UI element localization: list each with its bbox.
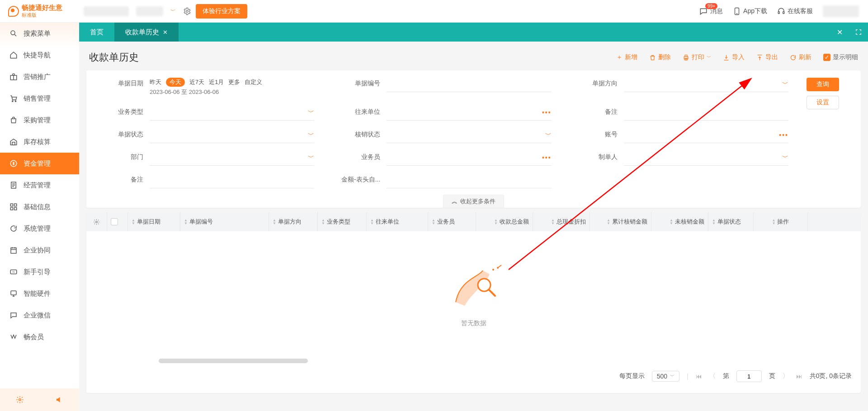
prev-page-button[interactable]: 〈 <box>709 372 716 380</box>
tab-1[interactable]: 收款单历史✕ <box>114 23 179 42</box>
date-quick-2[interactable]: 近7天 <box>189 78 204 86</box>
user-avatar-blurred[interactable] <box>823 5 859 17</box>
date-quick-5[interactable]: 自定义 <box>245 78 262 86</box>
table-col-7[interactable]: ▲▼业务员 <box>428 212 476 231</box>
import-icon <box>723 54 730 61</box>
next-page-button[interactable]: 〉 <box>783 372 789 380</box>
verify-status-select[interactable]: ﹀ <box>387 129 551 143</box>
settings-button[interactable]: 设置 <box>807 96 839 109</box>
experience-plan-button[interactable]: 体验行业方案 <box>196 4 247 19</box>
sidebar-item-6[interactable]: 资金管理 <box>0 153 79 174</box>
partner-picker[interactable]: ••• <box>387 106 551 121</box>
messages-button[interactable]: 消息 99+ <box>699 7 723 16</box>
salesman-picker[interactable]: ••• <box>387 151 551 166</box>
table-col-8[interactable]: ▲▼收款总金额 <box>476 212 533 231</box>
sidebar-item-10[interactable]: 企业协同 <box>0 239 79 261</box>
sidebar-item-label: 营销推广 <box>24 73 51 81</box>
refresh-button[interactable]: 刷新 <box>790 53 811 61</box>
filter-bill-no: 单据编号 <box>332 78 551 92</box>
select-all-checkbox[interactable] <box>111 218 118 225</box>
remark-input[interactable] <box>624 106 788 121</box>
sidebar-item-11[interactable]: N新手引导 <box>0 261 79 283</box>
fullscreen-icon[interactable] <box>849 23 868 42</box>
table-col-12[interactable]: ▲▼单据状态 <box>708 212 754 231</box>
sort-icon[interactable]: ▲▼ <box>670 219 673 225</box>
sidebar-item-3[interactable]: 销售管理 <box>0 88 79 109</box>
amount-header-input[interactable] <box>387 174 551 188</box>
table-col-10[interactable]: ▲▼累计核销金额 <box>590 212 651 231</box>
sort-icon[interactable]: ▲▼ <box>551 219 555 225</box>
date-quick-4[interactable]: 更多 <box>228 78 240 86</box>
sort-icon[interactable]: ▲▼ <box>607 219 610 225</box>
page-size-select[interactable]: 500 ﹀ <box>652 371 679 382</box>
collapse-conditions-button[interactable]: ︽ 收起更多条件 <box>443 195 504 208</box>
sidebar-item-14[interactable]: 畅会员 <box>0 326 79 348</box>
bill-dir-select[interactable]: ﹀ <box>624 78 788 92</box>
last-page-button[interactable]: ⏭ <box>796 373 802 380</box>
sort-icon[interactable]: ▲▼ <box>772 219 776 225</box>
bill-status-select[interactable]: ﹀ <box>150 129 314 143</box>
sort-icon[interactable]: ▲▼ <box>494 219 498 225</box>
sidebar-item-4[interactable]: 采购管理 <box>0 109 79 131</box>
sort-icon[interactable]: ▲▼ <box>321 219 325 225</box>
table-col-2[interactable]: ▲▼单据日期 <box>128 212 180 231</box>
new-button[interactable]: ＋新增 <box>616 53 637 61</box>
sort-icon[interactable]: ▲▼ <box>132 219 135 225</box>
date-quick-3[interactable]: 近1月 <box>209 78 224 86</box>
table-col-3[interactable]: ▲▼单据编号 <box>180 212 269 231</box>
table-col-9[interactable]: ▲▼总现金折扣 <box>533 212 590 231</box>
settings-icon[interactable] <box>16 396 24 404</box>
show-detail-toggle[interactable]: ✓显示明细 <box>823 53 858 61</box>
sidebar-item-1[interactable]: 快捷导航 <box>0 44 79 66</box>
tab-0[interactable]: 首页 <box>79 23 114 42</box>
bill-no-input[interactable] <box>387 78 551 92</box>
table-col-1 <box>107 212 128 231</box>
app-download-button[interactable]: App下载 <box>733 7 767 15</box>
table-col-6[interactable]: ▲▼往来单位 <box>367 212 428 231</box>
close-icon[interactable]: ✕ <box>163 29 168 36</box>
delete-button[interactable]: 删除 <box>649 53 671 61</box>
volume-icon[interactable] <box>55 396 63 404</box>
first-page-button[interactable]: ⏮ <box>696 373 702 380</box>
sidebar-item-9[interactable]: 系统管理 <box>0 218 79 239</box>
sidebar-item-12[interactable]: 智能硬件 <box>0 283 79 304</box>
sidebar-item-label: 基础信息 <box>24 203 51 211</box>
chevron-down-icon: ﹀ <box>782 154 788 162</box>
table-col-5[interactable]: ▲▼业务类型 <box>318 212 367 231</box>
print-button[interactable]: 打印﹀ <box>683 53 711 61</box>
page-number-input[interactable] <box>736 370 762 382</box>
dept-select[interactable]: ﹀ <box>150 151 314 166</box>
gear-icon[interactable] <box>183 7 191 15</box>
table-col-4[interactable]: ▲▼单据方向 <box>269 212 318 231</box>
sort-icon[interactable]: ▲▼ <box>432 219 435 225</box>
sidebar-item-2[interactable]: 营销推广 <box>0 66 79 88</box>
sidebar-item-5[interactable]: 库存核算 <box>0 131 79 153</box>
sidebar-item-7[interactable]: 经营管理 <box>0 174 79 196</box>
remark2-input[interactable] <box>150 174 314 188</box>
gear-icon[interactable] <box>93 219 100 225</box>
sidebar-item-13[interactable]: 企业微信 <box>0 304 79 326</box>
org-selector[interactable]: ﹀ <box>84 6 191 16</box>
date-quick-0[interactable]: 昨天 <box>150 78 161 86</box>
export-button[interactable]: 导出 <box>756 53 778 61</box>
sort-icon[interactable]: ▲▼ <box>273 219 276 225</box>
creator-select[interactable]: ﹀ <box>624 151 788 166</box>
sort-icon[interactable]: ▲▼ <box>370 219 374 225</box>
sort-icon[interactable]: ▲▼ <box>712 219 716 225</box>
support-button[interactable]: 在线客服 <box>777 7 813 15</box>
close-all-tabs-button[interactable]: ✕ <box>830 23 849 42</box>
date-quick-1[interactable]: 今天 <box>166 78 185 87</box>
biz-type-select[interactable]: ﹀ <box>150 106 314 121</box>
support-label: 在线客服 <box>788 7 813 15</box>
sidebar-item-8[interactable]: 基础信息 <box>0 196 79 218</box>
table-col-11[interactable]: ▲▼未核销金额 <box>651 212 708 231</box>
sort-icon[interactable]: ▲▼ <box>184 219 188 225</box>
query-button[interactable]: 查询 <box>807 78 839 91</box>
account-picker[interactable]: ••• <box>624 129 788 143</box>
table-col-13[interactable]: ▲▼操作 <box>754 212 808 231</box>
import-button[interactable]: 导入 <box>723 53 745 61</box>
horizontal-scrollbar[interactable] <box>86 358 861 364</box>
svg-rect-32 <box>685 55 687 56</box>
date-quick-picks[interactable]: 昨天今天近7天近1月更多自定义 <box>150 78 262 87</box>
sidebar-item-0[interactable]: 搜索菜单 <box>0 23 79 44</box>
